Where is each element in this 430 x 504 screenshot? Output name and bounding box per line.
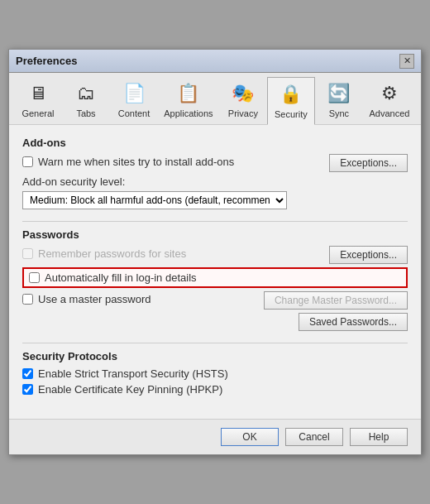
autofill-highlighted-row: Automatically fill in log-in details <box>22 267 408 288</box>
remember-passwords-row: Remember passwords for sites Exceptions.… <box>22 246 408 264</box>
toolbar: 🖥 General 🗂 Tabs 📄 Content 📋 Application… <box>9 73 421 125</box>
applications-icon: 📋 <box>175 80 202 107</box>
hsts-label: Enable Strict Transport Security (HSTS) <box>38 367 228 380</box>
hpkp-checkbox[interactable] <box>22 384 33 395</box>
master-password-label: Use a master password <box>38 293 151 305</box>
security-level-select[interactable]: Medium: Block all harmful add-ons (defau… <box>22 191 287 209</box>
preferences-window: Preferences ✕ 🖥 General 🗂 Tabs 📄 Content… <box>8 49 422 455</box>
tab-sync-label: Sync <box>329 108 349 118</box>
tab-security-label: Security <box>275 109 308 119</box>
tab-general[interactable]: 🖥 General <box>14 76 62 124</box>
advanced-icon: ⚙ <box>376 80 403 107</box>
content-icon: 📄 <box>121 80 147 107</box>
addons-exceptions-button[interactable]: Exceptions... <box>329 154 408 172</box>
addons-section: Add-ons Warn me when sites try to instal… <box>22 137 408 209</box>
hpkp-label: Enable Certificate Key Pinning (HPKP) <box>38 383 222 396</box>
content-area: Add-ons Warn me when sites try to instal… <box>9 125 421 419</box>
security-level-label: Add-on security level: <box>22 175 408 188</box>
tab-advanced[interactable]: ⚙ Advanced <box>363 76 416 124</box>
security-icon: 🔒 <box>278 81 304 108</box>
security-protocols-section: Security Protocols Enable Strict Transpo… <box>22 350 408 396</box>
separator-2 <box>22 343 408 343</box>
master-password-row: Use a master password Change Master Pass… <box>22 291 408 310</box>
hsts-checkbox[interactable] <box>22 368 33 379</box>
remember-passwords-checkbox[interactable] <box>22 248 33 259</box>
tab-applications[interactable]: 📋 Applications <box>158 76 219 124</box>
privacy-icon: 🎭 <box>230 80 256 107</box>
master-password-checkbox[interactable] <box>22 294 33 305</box>
tab-content[interactable]: 📄 Content <box>110 76 158 124</box>
autofill-checkbox[interactable] <box>29 272 40 283</box>
addons-title: Add-ons <box>22 137 408 149</box>
tab-applications-label: Applications <box>164 108 213 118</box>
warn-addons-checkbox-row: Warn me when sites try to install add-on… <box>22 156 234 168</box>
tab-sync[interactable]: 🔄 Sync <box>315 76 363 124</box>
tab-tabs[interactable]: 🗂 Tabs <box>62 76 110 124</box>
passwords-exceptions-button[interactable]: Exceptions... <box>329 246 408 264</box>
remember-passwords-checkbox-row: Remember passwords for sites <box>22 247 186 260</box>
master-password-checkbox-row: Use a master password <box>22 293 151 305</box>
warn-addons-label: Warn me when sites try to install add-on… <box>38 156 234 168</box>
tab-privacy-label: Privacy <box>228 108 258 118</box>
title-bar: Preferences ✕ <box>9 50 421 73</box>
hsts-row: Enable Strict Transport Security (HSTS) <box>22 367 408 380</box>
separator-1 <box>22 221 408 222</box>
passwords-title: Passwords <box>22 228 408 241</box>
remember-passwords-label: Remember passwords for sites <box>38 247 186 260</box>
tab-content-label: Content <box>118 108 150 118</box>
sync-icon: 🔄 <box>326 80 352 107</box>
change-master-password-button[interactable]: Change Master Password... <box>264 291 408 310</box>
tab-general-label: General <box>22 108 54 118</box>
tab-advanced-label: Advanced <box>369 108 409 118</box>
window-title: Preferences <box>16 55 77 67</box>
footer: OK Cancel Help <box>9 419 421 454</box>
saved-passwords-button[interactable]: Saved Passwords... <box>299 313 408 331</box>
tab-security[interactable]: 🔒 Security <box>267 77 315 125</box>
warn-addons-checkbox[interactable] <box>22 156 33 167</box>
passwords-section: Passwords Remember passwords for sites E… <box>22 228 408 331</box>
ok-button[interactable]: OK <box>221 428 279 446</box>
cancel-button[interactable]: Cancel <box>285 428 343 446</box>
tab-tabs-label: Tabs <box>76 108 95 118</box>
security-protocols-title: Security Protocols <box>22 350 408 362</box>
hpkp-row: Enable Certificate Key Pinning (HPKP) <box>22 383 408 396</box>
warn-addons-row: Warn me when sites try to install add-on… <box>22 154 408 172</box>
general-icon: 🖥 <box>25 80 51 107</box>
saved-passwords-row: Saved Passwords... <box>22 313 408 331</box>
close-button[interactable]: ✕ <box>399 54 414 69</box>
tabs-icon: 🗂 <box>73 80 99 107</box>
help-button[interactable]: Help <box>350 428 408 446</box>
tab-privacy[interactable]: 🎭 Privacy <box>219 76 267 124</box>
security-level-row: Medium: Block all harmful add-ons (defau… <box>22 191 408 209</box>
autofill-label: Automatically fill in log-in details <box>45 271 197 284</box>
